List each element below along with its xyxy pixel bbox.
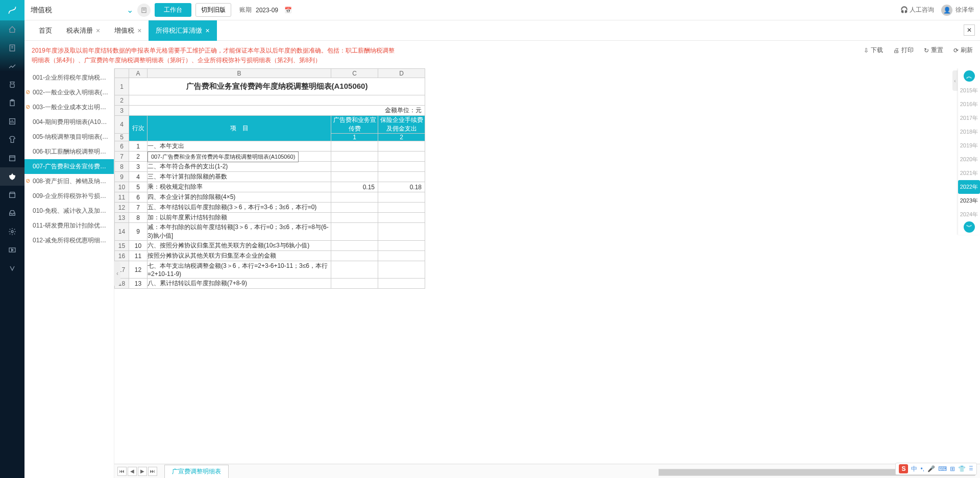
- year-up-icon[interactable]: ︽: [964, 70, 975, 82]
- year-2022年[interactable]: 2022年: [958, 180, 980, 194]
- ime-punct-icon[interactable]: •,: [920, 465, 924, 472]
- year-2023年[interactable]: 2023年: [958, 194, 980, 208]
- item-cell[interactable]: 六、按照分摊协议归集至其他关联方的金额(10≤3与6孰小值): [148, 241, 331, 251]
- nav-chart-icon[interactable]: [0, 57, 24, 76]
- nav-home-icon[interactable]: [0, 20, 24, 39]
- item-cell[interactable]: 减：本年扣除的以前年度结转额[3＞6，本行=0；3≤6，本行=8与(6-3)孰小…: [148, 223, 331, 241]
- year-2020年[interactable]: 2020年: [958, 153, 980, 166]
- year-2015年[interactable]: 2015年: [958, 84, 980, 97]
- unit-label[interactable]: 金额单位：元: [129, 106, 425, 116]
- close-icon[interactable]: ×: [96, 27, 100, 35]
- ime-skin-icon[interactable]: 👕: [958, 465, 966, 472]
- round-menu-icon[interactable]: [137, 4, 151, 17]
- user-menu[interactable]: 👤 徐泽华: [941, 5, 974, 16]
- head-col-d[interactable]: 保险企业手续费及佣金支出: [378, 116, 425, 134]
- nav-inbox-icon[interactable]: [0, 204, 24, 222]
- year-2019年[interactable]: 2019年: [958, 139, 980, 153]
- head-col-c[interactable]: 广告费和业务宣传费: [331, 116, 378, 134]
- period-value[interactable]: 2023-09: [256, 7, 278, 14]
- collapse-handle[interactable]: ‹: [114, 261, 120, 286]
- report-item-2[interactable]: ⊘003-一般企业成本支出明细...: [24, 100, 114, 115]
- nav-archive-icon[interactable]: [0, 186, 24, 204]
- nav-gear-icon[interactable]: [0, 222, 24, 241]
- item-cell[interactable]: 三、本年计算扣除限额的基数: [148, 172, 331, 182]
- expand-year-handle[interactable]: ‹: [952, 70, 958, 91]
- item-cell[interactable]: 加：以前年度累计结转扣除额: [148, 213, 331, 223]
- report-item-10[interactable]: 011-研发费用加计扣除优惠...: [24, 218, 114, 233]
- tab-2[interactable]: 增值税×: [107, 20, 149, 41]
- chevron-down-icon[interactable]: ⌄: [127, 5, 133, 15]
- item-cell[interactable]: 五、本年结转以后年度扣除额(3＞6，本行=3-6；3≤6，本行=0): [148, 203, 331, 213]
- consult-link[interactable]: 🎧 人工咨询: [900, 6, 934, 14]
- report-item-4[interactable]: 005-纳税调整项目明细表(A1...: [24, 130, 114, 144]
- item-cell[interactable]: 八、累计结转以后年度扣除额(7+8-9): [148, 279, 331, 289]
- ime-settings-icon[interactable]: ⠿: [969, 465, 973, 472]
- col-head-C[interactable]: C: [331, 69, 378, 78]
- reset-button[interactable]: ↻ 重置: [924, 46, 943, 55]
- report-item-0[interactable]: 001-企业所得税年度纳税申...: [24, 70, 114, 85]
- item-cell[interactable]: 按照分摊协议从其他关联方归集至本企业的金额: [148, 251, 331, 261]
- year-down-icon[interactable]: ︾: [964, 221, 975, 233]
- sheet-nav-first[interactable]: ⏮: [117, 467, 127, 476]
- sheet-tab[interactable]: 广宣费调整明细表: [164, 465, 229, 478]
- item-cell[interactable]: 二、本年符合条件的支出(1-2): [148, 162, 331, 172]
- sheet-nav-last[interactable]: ⏭: [148, 467, 157, 476]
- report-item-9[interactable]: 010-免税、减计收入及加计...: [24, 204, 114, 218]
- report-item-3[interactable]: 004-期间费用明细表(A1040...: [24, 115, 114, 130]
- year-2024年[interactable]: 2024年: [958, 208, 980, 221]
- item-cell[interactable]: 乘：税收规定扣除率: [148, 182, 331, 192]
- ime-keyboard-icon[interactable]: ⌨: [938, 465, 947, 472]
- year-2016年[interactable]: 2016年: [958, 97, 980, 111]
- report-item-5[interactable]: 006-职工薪酬纳税调整明细...: [24, 144, 114, 159]
- report-item-11[interactable]: 012-减免所得税优惠明细表(...: [24, 233, 114, 248]
- report-label: 007-广告费和业务宣传费跨...: [33, 163, 111, 170]
- year-2018年[interactable]: 2018年: [958, 125, 980, 139]
- report-item-6[interactable]: 007-广告费和业务宣传费跨...: [24, 159, 114, 174]
- item-cell[interactable]: 七、本年支出纳税调整金额(3＞6，本行=2+3-6+10-11；3≤6，本行=2…: [148, 261, 331, 279]
- item-cell[interactable]: 一、本年支出: [148, 141, 331, 152]
- spreadsheet[interactable]: ABCD1广告费和业务宣传费跨年度纳税调整明细表(A105060)23金额单位：…: [114, 68, 980, 464]
- tab-3[interactable]: 所得税汇算清缴×: [149, 20, 216, 41]
- refresh-button[interactable]: ⟳ 刷新: [953, 46, 973, 55]
- item-cell[interactable]: 四、本企业计算的扣除限额(4×5): [148, 192, 331, 203]
- ime-lang[interactable]: 中: [911, 465, 917, 473]
- ime-toolbar[interactable]: S 中 •, 🎤 ⌨ ⊞ 👕 ⠿: [895, 463, 977, 475]
- head-item[interactable]: 项 目: [148, 116, 331, 141]
- nav-tax-icon[interactable]: [0, 167, 24, 186]
- cell-tooltip: 007-广告费和业务宣传费跨年度纳税调整明细表(A105060): [148, 152, 299, 162]
- sheet-nav-prev[interactable]: ◀: [128, 467, 137, 476]
- nav-money-icon[interactable]: [0, 76, 24, 94]
- download-button[interactable]: ⇩ 下载: [864, 46, 883, 55]
- workspace-button[interactable]: 工作台: [155, 3, 191, 17]
- calendar-icon[interactable]: 📅: [284, 7, 292, 14]
- close-icon[interactable]: ×: [205, 27, 209, 35]
- report-item-8[interactable]: 009-企业所得税弥补亏损明...: [24, 189, 114, 204]
- item-cell[interactable]: 007-广告费和业务宣传费跨年度纳税调整明细表(A105060): [148, 152, 331, 162]
- tab-0[interactable]: 首页: [32, 20, 59, 41]
- nav-shirt-icon[interactable]: [0, 131, 24, 149]
- year-2021年[interactable]: 2021年: [958, 166, 980, 180]
- ime-add-icon[interactable]: ⊞: [950, 465, 955, 472]
- sheet-title[interactable]: 广告费和业务宣传费跨年度纳税调整明细表(A105060): [129, 78, 425, 95]
- col-head-B[interactable]: B: [148, 69, 331, 78]
- ime-mic-icon[interactable]: 🎤: [927, 465, 935, 472]
- sheet-nav-next[interactable]: ▶: [138, 467, 147, 476]
- report-item-1[interactable]: ⊘002-一般企业收入明细表(A...: [24, 85, 114, 100]
- head-seq[interactable]: 行次: [129, 116, 148, 141]
- nav-doc-icon[interactable]: [0, 39, 24, 57]
- col-head-A[interactable]: A: [129, 69, 148, 78]
- nav-report-icon[interactable]: [0, 112, 24, 131]
- switch-old-button[interactable]: 切到旧版: [195, 3, 231, 17]
- nav-calendar-icon[interactable]: [0, 149, 24, 167]
- app-logo[interactable]: [0, 0, 24, 20]
- close-all-tabs-button[interactable]: ✕: [964, 24, 975, 36]
- close-icon[interactable]: ×: [137, 27, 141, 35]
- col-head-D[interactable]: D: [378, 69, 425, 78]
- print-button[interactable]: 🖨 打印: [893, 46, 914, 55]
- tab-1[interactable]: 税表清册×: [59, 20, 107, 41]
- year-2017年[interactable]: 2017年: [958, 111, 980, 125]
- nav-clipboard-icon[interactable]: [0, 94, 24, 112]
- nav-v-icon[interactable]: [0, 259, 24, 278]
- nav-video-icon[interactable]: [0, 241, 24, 259]
- report-item-7[interactable]: ⊘008-资产折旧、摊销及纳税...: [24, 174, 114, 189]
